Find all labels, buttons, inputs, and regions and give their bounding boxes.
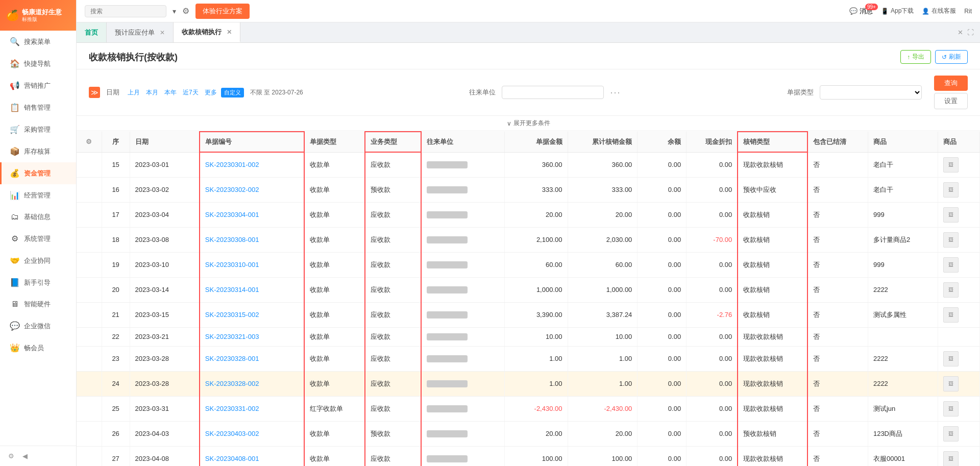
row-incl-settled: 否: [807, 421, 868, 446]
order-no-link[interactable]: SK-20230315-002: [205, 311, 259, 318]
sidebar-item-system[interactable]: ⚙ 系统管理: [0, 228, 76, 250]
close-pending-icon[interactable]: ✕: [160, 29, 165, 36]
order-no-link[interactable]: SK-20230328-002: [205, 380, 259, 387]
row-product-img: 🖼: [938, 177, 979, 202]
row-cum: 10.00: [568, 327, 638, 346]
sidebar-item-inventory[interactable]: 📦 库存核算: [0, 140, 76, 162]
row-discount: 0.00: [687, 446, 738, 466]
order-no-link[interactable]: SK-20230321-003: [205, 333, 259, 340]
order-no-link[interactable]: SK-20230302-002: [205, 186, 259, 193]
tab-maximize-icon[interactable]: ⛶: [967, 29, 974, 36]
row-party: [421, 327, 505, 346]
col-header-voucher-type: 单据类型: [304, 132, 365, 152]
sidebar-item-wechat[interactable]: 💬 企业微信: [0, 315, 76, 337]
row-balance: 0.00: [638, 252, 687, 277]
sidebar-nav: 🔍 搜索菜单 🏠 快捷导航 📢 营销推广 📋 销售管理 🛒 采购管理 📦 库存核…: [0, 31, 76, 446]
table-row: 22 2023-03-21 SK-20230321-003 收款单 应收款 10…: [77, 327, 980, 346]
purchase-icon: 🛒: [10, 125, 20, 134]
sidebar-item-operations[interactable]: 📊 经营管理: [0, 184, 76, 206]
voucher-type-select[interactable]: [820, 85, 922, 100]
row-date: 2023-03-31: [130, 396, 200, 421]
row-product-img: 🖼: [938, 202, 979, 227]
party-filter-dots[interactable]: ···: [610, 87, 621, 98]
sidebar-settings-icon[interactable]: ⚙: [8, 452, 14, 460]
row-order-no: SK-20230321-003: [200, 327, 304, 346]
sidebar-item-marketing[interactable]: 📢 营销推广: [0, 75, 76, 96]
row-date: 2023-03-02: [130, 177, 200, 202]
order-no-link[interactable]: SK-20230304-001: [205, 211, 259, 218]
sidebar-item-purchase[interactable]: 🛒 采购管理: [0, 118, 76, 140]
row-date: 2023-03-28: [130, 371, 200, 396]
app-download-link[interactable]: 📱 App下载: [881, 7, 914, 15]
order-no-link[interactable]: SK-20230408-001: [205, 455, 259, 462]
topbar: ▾ ⚙ 体验行业方案 💬 消息 99+ 📱 App下载 👤 在线客服 Rit: [77, 0, 980, 22]
inventory-icon: 📦: [10, 146, 20, 156]
row-order-no: SK-20230310-001: [200, 252, 304, 277]
date-filter-label: 日期: [106, 88, 119, 97]
close-writeoff-icon[interactable]: ✕: [227, 29, 232, 36]
sidebar-item-sales[interactable]: 📋 销售管理: [0, 96, 76, 118]
online-service-link[interactable]: 👤 在线客服: [922, 7, 956, 15]
row-order-no: SK-20230304-001: [200, 202, 304, 227]
sidebar-label-inventory: 库存核算: [24, 147, 51, 156]
dropdown-icon[interactable]: ▾: [173, 7, 176, 15]
topbar-search-input[interactable]: [85, 5, 166, 17]
row-no: 25: [102, 396, 130, 421]
topbar-gear-icon[interactable]: ⚙: [182, 6, 189, 16]
tab-home[interactable]: 首页: [77, 22, 107, 42]
party-filter-input[interactable]: [502, 86, 604, 99]
col-header-settings[interactable]: ⚙: [77, 132, 102, 152]
row-biz-type: 应收款: [365, 396, 421, 421]
row-settings: [77, 446, 102, 466]
product-thumbnail: 🖼: [943, 401, 959, 416]
expand-more-button[interactable]: ∨ 展开更多条件: [507, 119, 550, 128]
sidebar-label-finance: 资金管理: [24, 169, 51, 178]
order-no-link[interactable]: SK-20230314-001: [205, 286, 259, 293]
table-row: 15 2023-03-01 SK-20230301-002 收款单 应收款 36…: [77, 152, 980, 177]
sidebar-label-basic: 基础信息: [24, 212, 51, 222]
date-custom-btn[interactable]: 自定义: [221, 88, 244, 97]
order-no-link[interactable]: SK-20230331-002: [205, 405, 259, 412]
sidebar-item-quicknav[interactable]: 🏠 快捷导航: [0, 53, 76, 75]
setting-button[interactable]: 设置: [934, 93, 968, 109]
party-blurred: [427, 211, 468, 218]
tab-writeoff[interactable]: 收款核销执行 ✕: [174, 22, 240, 42]
order-no-link[interactable]: SK-20230328-001: [205, 355, 259, 362]
row-discount: -2.76: [687, 302, 738, 327]
filter-toggle-button[interactable]: ≫: [89, 87, 100, 98]
tab-close-all-icon[interactable]: ✕: [958, 29, 963, 36]
sidebar-item-basic[interactable]: 🗂 基础信息: [0, 206, 76, 228]
sidebar-item-hardware[interactable]: 🖥 智能硬件: [0, 293, 76, 315]
query-button[interactable]: 查询: [934, 76, 968, 91]
sidebar-item-collab[interactable]: 🤝 企业协同: [0, 250, 76, 272]
row-cum: 1,000.00: [568, 277, 638, 302]
date-more[interactable]: 更多: [203, 87, 219, 98]
order-no-link[interactable]: SK-20230308-001: [205, 236, 259, 243]
row-settings: [77, 346, 102, 371]
date-this-month[interactable]: 本月: [144, 87, 160, 98]
row-incl-settled: 否: [807, 346, 868, 371]
sidebar-collapse-icon[interactable]: ◀: [22, 452, 28, 460]
row-party: [421, 302, 505, 327]
sidebar-item-finance[interactable]: 💰 资金管理: [0, 162, 76, 184]
sidebar-label-purchase: 采购管理: [24, 125, 51, 134]
industry-solution-button[interactable]: 体验行业方案: [195, 4, 250, 19]
basic-icon: 🗂: [10, 212, 20, 222]
operations-icon: 📊: [10, 190, 20, 200]
page-title: 收款核销执行(按收款): [89, 51, 178, 63]
date-last-month[interactable]: 上月: [126, 87, 142, 98]
date-this-year[interactable]: 本年: [162, 87, 179, 98]
date-last-7-days[interactable]: 近7天: [181, 87, 201, 98]
order-no-link[interactable]: SK-20230403-002: [205, 430, 259, 437]
sidebar-item-guide[interactable]: 📘 新手引导: [0, 272, 76, 293]
row-product: 2222: [868, 346, 938, 371]
sidebar-item-search[interactable]: 🔍 搜索菜单: [0, 31, 76, 53]
tab-pending[interactable]: 预计应应付单 ✕: [107, 22, 174, 42]
sidebar-item-member[interactable]: 👑 畅会员: [0, 337, 76, 359]
export-button[interactable]: ↑ 导出: [900, 50, 931, 64]
order-no-link[interactable]: SK-20230310-001: [205, 261, 259, 268]
order-no-link[interactable]: SK-20230301-002: [205, 161, 259, 168]
row-writeoff-type: 现款收款核销: [738, 396, 807, 421]
notification-badge[interactable]: 💬 消息 99+: [849, 7, 873, 16]
refresh-button[interactable]: ↺ 刷新: [935, 50, 968, 64]
